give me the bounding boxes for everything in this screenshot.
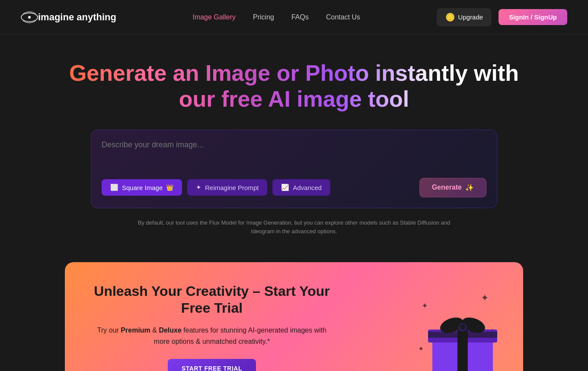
reimagine-prompt-button[interactable]: ✦ Reimagine Prompt bbox=[187, 179, 267, 196]
generate-button[interactable]: Generate ✨ bbox=[419, 178, 486, 197]
svg-rect-5 bbox=[428, 332, 497, 338]
gift-box-illustration bbox=[428, 306, 497, 371]
svg-point-9 bbox=[460, 324, 465, 330]
nav-contact-us[interactable]: Contact Us bbox=[326, 13, 360, 21]
prompt-container: ⬜ Square Image 👑 ✦ Reimagine Prompt 📈 Ad… bbox=[91, 130, 497, 208]
start-trial-button[interactable]: START FREE TRIAL bbox=[168, 359, 256, 371]
reimagine-label: Reimagine Prompt bbox=[205, 184, 259, 191]
promo-deluxe: Deluxe bbox=[159, 327, 181, 334]
upgrade-label: Upgrade bbox=[458, 13, 483, 21]
upgrade-button[interactable]: 🪙 Upgrade bbox=[437, 8, 492, 26]
advanced-label: Advanced bbox=[293, 184, 322, 191]
promo-and: & bbox=[150, 327, 159, 334]
star-decoration-2: ✦ bbox=[481, 292, 489, 304]
promo-gift-area: ✦ ✦ ✦ ✦ ✦ bbox=[411, 292, 497, 371]
square-image-label: Square Image bbox=[122, 184, 163, 191]
promo-desc: Try our Premium & Deluxe features for st… bbox=[91, 325, 333, 347]
square-image-button[interactable]: ⬜ Square Image 👑 bbox=[102, 179, 182, 196]
promo-content: Unleash Your Creativity – Start Your Fre… bbox=[91, 283, 333, 371]
square-icon: ⬜ bbox=[110, 184, 118, 191]
prompt-buttons: ⬜ Square Image 👑 ✦ Reimagine Prompt 📈 Ad… bbox=[102, 179, 330, 196]
upgrade-icon: 🪙 bbox=[445, 13, 455, 22]
nav-right: 🪙 Upgrade SignIn / SignUp bbox=[437, 8, 567, 26]
nav-links: Image Gallery Pricing FAQs Contact Us bbox=[192, 13, 360, 21]
signin-button[interactable]: SignIn / SignUp bbox=[499, 9, 567, 25]
generate-label: Generate bbox=[432, 184, 462, 191]
nav-pricing[interactable]: Pricing bbox=[253, 13, 274, 21]
promo-banner: Unleash Your Creativity – Start Your Fre… bbox=[65, 262, 523, 371]
promo-title: Unleash Your Creativity – Start Your Fre… bbox=[91, 283, 333, 316]
hero-subtext: By default, our tool uses the Flux Model… bbox=[130, 219, 458, 237]
hero-title: Generate an Image or Photo instantly wit… bbox=[56, 60, 532, 112]
crown-icon: 👑 bbox=[166, 184, 173, 191]
prompt-input[interactable] bbox=[102, 140, 486, 168]
promo-premium: Premium bbox=[121, 327, 150, 334]
generate-icon: ✨ bbox=[465, 184, 474, 192]
svg-point-1 bbox=[28, 16, 31, 19]
advanced-icon: 📈 bbox=[281, 184, 289, 191]
nav-faqs[interactable]: FAQs bbox=[291, 13, 309, 21]
prompt-actions: ⬜ Square Image 👑 ✦ Reimagine Prompt 📈 Ad… bbox=[102, 178, 486, 197]
advanced-button[interactable]: 📈 Advanced bbox=[272, 179, 330, 196]
star-decoration-1: ✦ bbox=[422, 301, 428, 311]
promo-desc-start: Try our bbox=[97, 327, 121, 334]
star-decoration-4: ✦ bbox=[418, 345, 424, 353]
logo-icon bbox=[21, 10, 38, 25]
brand-name: imagine anything bbox=[38, 12, 116, 23]
reimagine-icon: ✦ bbox=[196, 184, 201, 191]
hero-section: Generate an Image or Photo instantly wit… bbox=[0, 35, 588, 371]
navbar: imagine anything Image Gallery Pricing F… bbox=[0, 0, 588, 35]
logo[interactable]: imagine anything bbox=[21, 10, 116, 25]
nav-image-gallery[interactable]: Image Gallery bbox=[192, 13, 236, 21]
